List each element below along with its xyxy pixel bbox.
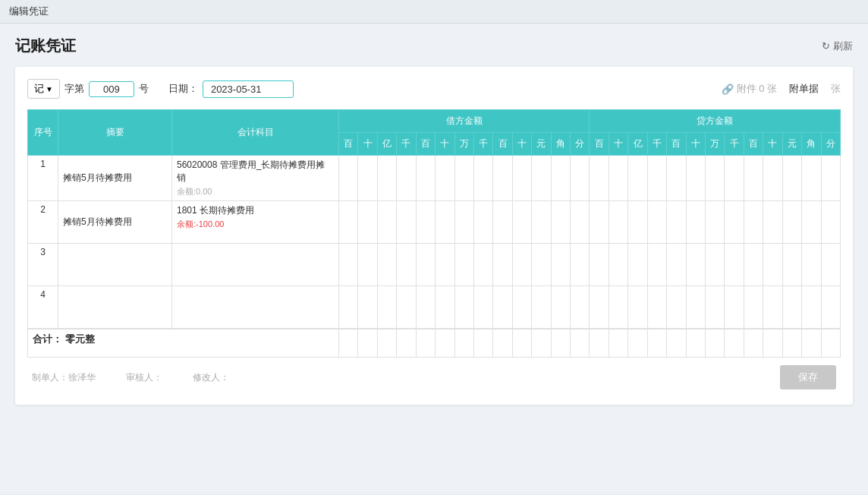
debit-cell[interactable] <box>551 156 570 201</box>
credit-cell[interactable] <box>725 201 744 244</box>
credit-cell[interactable] <box>628 156 647 201</box>
credit-cell[interactable] <box>686 286 705 329</box>
debit-cell[interactable] <box>436 201 454 244</box>
account-cell[interactable] <box>172 286 339 329</box>
credit-cell[interactable] <box>744 286 763 329</box>
credit-cell[interactable] <box>802 286 821 329</box>
credit-cell[interactable] <box>744 156 763 201</box>
account-cell[interactable]: 1801 长期待摊费用余额:-100.00 <box>172 201 339 244</box>
credit-cell[interactable] <box>590 244 609 286</box>
debit-cell[interactable] <box>532 156 551 201</box>
credit-cell[interactable] <box>744 201 763 244</box>
credit-cell[interactable] <box>725 286 744 329</box>
save-button[interactable]: 保存 <box>780 365 836 389</box>
debit-cell[interactable] <box>377 286 396 329</box>
debit-cell[interactable] <box>358 244 377 286</box>
credit-cell[interactable] <box>667 244 686 286</box>
debit-cell[interactable] <box>358 156 377 201</box>
debit-cell[interactable] <box>377 156 396 201</box>
summary-cell[interactable]: 摊销5月待摊费用 <box>58 156 172 201</box>
credit-cell[interactable] <box>782 286 801 329</box>
debit-cell[interactable] <box>454 201 473 244</box>
debit-cell[interactable] <box>493 244 512 286</box>
voucher-number-input[interactable] <box>89 81 134 97</box>
credit-cell[interactable] <box>647 201 666 244</box>
credit-cell[interactable] <box>628 244 647 286</box>
date-input[interactable] <box>203 80 294 98</box>
debit-cell[interactable] <box>416 244 435 286</box>
credit-cell[interactable] <box>686 244 705 286</box>
debit-cell[interactable] <box>436 244 454 286</box>
credit-cell[interactable] <box>782 244 801 286</box>
credit-cell[interactable] <box>667 286 686 329</box>
credit-cell[interactable] <box>609 201 627 244</box>
credit-cell[interactable] <box>706 286 725 329</box>
debit-cell[interactable] <box>493 286 512 329</box>
credit-cell[interactable] <box>763 156 782 201</box>
debit-cell[interactable] <box>473 244 492 286</box>
summary-cell[interactable] <box>58 286 172 329</box>
debit-cell[interactable] <box>397 201 416 244</box>
attach-button[interactable]: 🔗 附件 0 张 <box>722 82 777 96</box>
debit-cell[interactable] <box>416 201 435 244</box>
summary-cell[interactable]: 摊销5月待摊费用 <box>58 201 172 244</box>
debit-cell[interactable] <box>416 286 435 329</box>
credit-cell[interactable] <box>706 156 725 201</box>
credit-cell[interactable] <box>763 201 782 244</box>
credit-cell[interactable] <box>763 244 782 286</box>
debit-cell[interactable] <box>473 201 492 244</box>
debit-cell[interactable] <box>358 286 377 329</box>
debit-cell[interactable] <box>571 244 590 286</box>
single-bill-button[interactable]: 附单据 <box>789 82 819 96</box>
credit-cell[interactable] <box>802 201 821 244</box>
credit-cell[interactable] <box>686 156 705 201</box>
credit-cell[interactable] <box>706 201 725 244</box>
debit-cell[interactable] <box>358 201 377 244</box>
debit-cell[interactable] <box>473 286 492 329</box>
debit-cell[interactable] <box>532 286 551 329</box>
debit-cell[interactable] <box>493 201 512 244</box>
credit-cell[interactable] <box>725 156 744 201</box>
credit-cell[interactable] <box>647 244 666 286</box>
debit-cell[interactable] <box>397 244 416 286</box>
debit-cell[interactable] <box>397 286 416 329</box>
credit-cell[interactable] <box>763 286 782 329</box>
credit-cell[interactable] <box>706 244 725 286</box>
debit-cell[interactable] <box>571 201 590 244</box>
credit-cell[interactable] <box>590 201 609 244</box>
debit-cell[interactable] <box>436 286 454 329</box>
debit-cell[interactable] <box>416 156 435 201</box>
credit-cell[interactable] <box>744 244 763 286</box>
credit-cell[interactable] <box>782 201 801 244</box>
debit-cell[interactable] <box>512 201 531 244</box>
credit-cell[interactable] <box>609 286 627 329</box>
debit-cell[interactable] <box>454 244 473 286</box>
credit-cell[interactable] <box>667 201 686 244</box>
debit-cell[interactable] <box>339 286 358 329</box>
credit-cell[interactable] <box>609 156 627 201</box>
credit-cell[interactable] <box>609 244 627 286</box>
debit-cell[interactable] <box>454 286 473 329</box>
debit-cell[interactable] <box>532 201 551 244</box>
credit-cell[interactable] <box>725 244 744 286</box>
credit-cell[interactable] <box>686 201 705 244</box>
refresh-button[interactable]: ↻ 刷新 <box>822 39 853 53</box>
debit-cell[interactable] <box>454 156 473 201</box>
account-cell[interactable] <box>172 244 339 286</box>
credit-cell[interactable] <box>821 201 840 244</box>
debit-cell[interactable] <box>512 286 531 329</box>
debit-cell[interactable] <box>571 286 590 329</box>
debit-cell[interactable] <box>339 156 358 201</box>
debit-cell[interactable] <box>551 286 570 329</box>
debit-cell[interactable] <box>551 244 570 286</box>
credit-cell[interactable] <box>628 286 647 329</box>
credit-cell[interactable] <box>628 201 647 244</box>
debit-cell[interactable] <box>436 156 454 201</box>
debit-cell[interactable] <box>473 156 492 201</box>
credit-cell[interactable] <box>647 156 666 201</box>
debit-cell[interactable] <box>339 244 358 286</box>
debit-cell[interactable] <box>512 244 531 286</box>
debit-cell[interactable] <box>377 201 396 244</box>
credit-cell[interactable] <box>802 244 821 286</box>
credit-cell[interactable] <box>821 286 840 329</box>
